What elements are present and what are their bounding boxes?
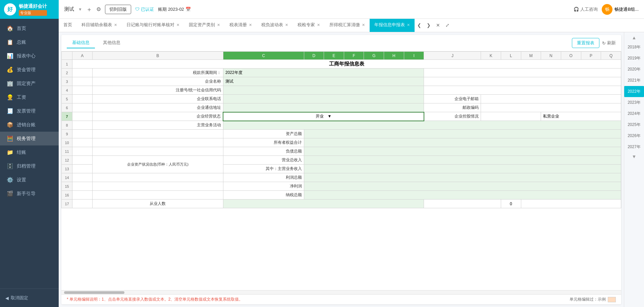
cell-7a[interactable] — [72, 112, 93, 121]
sidebar-item-archive[interactable]: 🗄️ 归档管理 — [0, 159, 59, 173]
col-l[interactable]: L — [501, 52, 521, 60]
tab-home[interactable]: 首页 — [59, 19, 77, 32]
col-b[interactable]: B — [92, 52, 223, 60]
cell-16a[interactable] — [72, 191, 93, 200]
cell-11d[interactable] — [304, 147, 621, 156]
cell-14b[interactable] — [92, 173, 223, 182]
cell-12a[interactable] — [72, 156, 93, 165]
cell-2c[interactable]: 2022年度 — [223, 69, 424, 77]
close-icon[interactable]: ✕ — [317, 23, 320, 27]
close-icon[interactable]: ✕ — [217, 23, 220, 27]
cell-2j[interactable] — [424, 69, 621, 77]
sidebar-item-ledger[interactable]: 📋 总账 — [0, 35, 59, 49]
settings-gear-icon[interactable]: ⚙ — [96, 6, 101, 12]
add-tab-button[interactable]: ＋ — [86, 5, 92, 13]
cell-9a[interactable] — [72, 130, 93, 138]
close-icon[interactable]: ✕ — [362, 23, 365, 27]
cell-6c[interactable] — [223, 103, 424, 112]
sidebar-item-invoice[interactable]: 🧾 发票管理 — [0, 104, 59, 118]
cell-14d[interactable] — [304, 173, 621, 182]
cell-7k[interactable] — [481, 112, 541, 121]
year-scroll-up[interactable]: ▲ — [624, 34, 644, 42]
tab-next-button[interactable]: ❯ — [424, 19, 433, 32]
cell-6k[interactable] — [481, 103, 621, 112]
year-2022[interactable]: 2022年 — [624, 86, 644, 97]
sidebar-item-funds[interactable]: 💰 资金管理 — [0, 63, 59, 77]
close-icon[interactable]: ✕ — [285, 23, 288, 27]
cell-17m[interactable] — [521, 200, 621, 208]
sidebar-item-reports[interactable]: 📊 报表中心 — [0, 49, 59, 63]
sidebar-item-guide[interactable]: 🎬 新手引导 — [0, 187, 59, 201]
unpin-button[interactable]: ◀ 取消固定 — [0, 292, 59, 304]
cell-11b[interactable] — [92, 147, 223, 156]
support-button[interactable]: 🎧 人工咨询 — [574, 6, 598, 12]
cell-14a[interactable] — [72, 173, 93, 182]
cell-8c[interactable] — [223, 121, 621, 130]
year-2021[interactable]: 2021年 — [624, 75, 644, 86]
close-icon[interactable]: ✕ — [249, 23, 252, 27]
tab-income-tax[interactable]: 所得税汇算清缴 ✕ — [325, 19, 370, 32]
col-f[interactable]: F — [344, 52, 364, 60]
cell-17l[interactable]: 0 — [501, 200, 521, 208]
horizontal-scrollbar[interactable] — [61, 290, 621, 294]
sidebar-item-tax[interactable]: 🧮 税务管理 — [0, 132, 59, 145]
sidebar-item-closing[interactable]: 📁 结账 — [0, 145, 59, 159]
year-scroll-down[interactable]: ▼ — [624, 152, 644, 161]
col-c[interactable]: C — [223, 52, 304, 60]
cell-12d[interactable] — [304, 156, 621, 165]
year-2018[interactable]: 2018年 — [624, 42, 644, 53]
cell-7c-dropdown[interactable]: 开业 ▼ — [223, 112, 424, 121]
col-n[interactable]: N — [541, 52, 561, 60]
cell-13d[interactable] — [304, 165, 621, 173]
sheet-tab-other[interactable]: 其他信息 — [98, 38, 126, 48]
cell-3j[interactable] — [424, 77, 621, 86]
sidebar-item-payroll[interactable]: 👷 工资 — [0, 90, 59, 104]
cell-10b[interactable] — [92, 138, 223, 147]
cell-17j[interactable] — [424, 200, 501, 208]
tab-tax-forms[interactable]: 税表清册 ✕ — [225, 19, 257, 32]
col-a[interactable]: A — [72, 52, 93, 60]
cell-2a[interactable] — [72, 69, 93, 77]
calendar-icon[interactable]: 📅 — [185, 7, 191, 12]
col-m[interactable]: M — [521, 52, 541, 60]
col-q[interactable]: Q — [601, 52, 621, 60]
col-j[interactable]: J — [424, 52, 481, 60]
year-2024[interactable]: 2024年 — [624, 108, 644, 119]
cell-4c[interactable] — [223, 86, 424, 95]
year-2026[interactable]: 2026年 — [624, 130, 644, 141]
cell-9d[interactable] — [304, 130, 621, 138]
close-icon[interactable]: ✕ — [176, 23, 179, 27]
cell-3c[interactable]: 测试 — [223, 77, 424, 86]
user-menu[interactable]: 畅 畅捷通B组... — [602, 4, 639, 15]
col-d[interactable]: D — [304, 52, 324, 60]
tab-tax-fluctuation[interactable]: 税负波动表 ✕ — [257, 19, 293, 32]
refresh-button[interactable]: ↻ 刷新 — [602, 40, 616, 46]
tab-annual-report[interactable]: 年报信息申报表 ✕ — [370, 19, 415, 32]
reset-report-button[interactable]: 重置报表 — [572, 38, 599, 48]
year-2019[interactable]: 2019年 — [624, 53, 644, 64]
tab-subject-balance[interactable]: 科目辅助余额表 ✕ — [77, 19, 122, 32]
col-g[interactable]: G — [364, 52, 384, 60]
year-2020[interactable]: 2020年 — [624, 64, 644, 75]
cell-3a[interactable] — [72, 77, 93, 86]
tab-journal-bank[interactable]: 日记账与银行对账单核对 ✕ — [122, 19, 184, 32]
cell-4a[interactable] — [72, 86, 93, 95]
col-h[interactable]: H — [384, 52, 404, 60]
cell-15d[interactable] — [304, 182, 621, 191]
cell-17c[interactable] — [223, 200, 424, 208]
tab-tax-check[interactable]: 税检专家 ✕ — [293, 19, 325, 32]
close-icon[interactable]: ✕ — [114, 23, 117, 27]
col-e[interactable]: E — [324, 52, 344, 60]
cell-9b[interactable] — [92, 130, 223, 138]
sidebar-item-settings[interactable]: ⚙️ 设置 — [0, 173, 59, 187]
year-2025[interactable]: 2025年 — [624, 119, 644, 130]
cell-8a[interactable] — [72, 121, 93, 130]
close-icon[interactable]: ✕ — [407, 23, 410, 27]
cell-16d[interactable] — [304, 191, 621, 200]
sidebar-item-home[interactable]: 🏠 首页 — [0, 21, 59, 35]
dropdown-arrow-icon[interactable]: ▼ — [78, 7, 82, 12]
tab-expand-button[interactable]: ⤢ — [443, 19, 452, 32]
sidebar-item-purchasesales[interactable]: 📦 进销台账 — [0, 118, 59, 132]
sidebar-item-assets[interactable]: 🏢 固定资产 — [0, 77, 59, 90]
cell-7n[interactable]: 私营企业 — [541, 112, 621, 121]
